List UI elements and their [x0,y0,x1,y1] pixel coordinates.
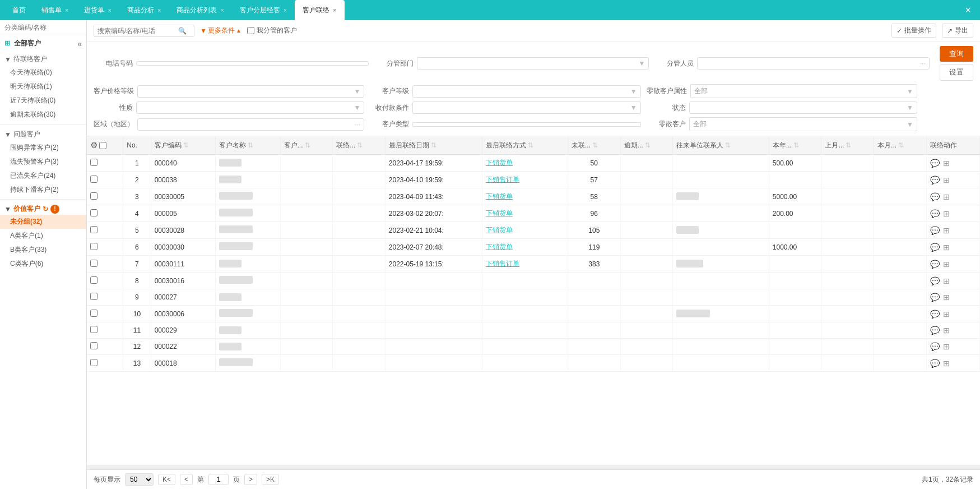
contact-icon[interactable]: 💬 [930,342,940,351]
horizontal-scrollbar[interactable] [87,465,980,469]
sidebar-item-today-pending[interactable]: 今天待联络(0) [0,66,86,80]
row-checkbox[interactable] [90,192,97,200]
tab-home[interactable]: 首页 [4,0,34,20]
contact-method-link[interactable]: 下销货单 [486,159,513,167]
adv-input-nature[interactable]: ▼ [136,102,364,114]
contact-method-link[interactable]: 下销货单 [486,226,513,234]
problem-group-label[interactable]: ▼ 问题客户 [0,127,86,141]
sidebar-item-churn-warning[interactable]: 流失预警客户(3) [0,155,86,169]
contact-icon[interactable]: 💬 [930,326,940,335]
contact-icon[interactable]: 💬 [930,293,940,302]
more-action-icon[interactable]: ⊞ [943,326,950,335]
value-group-label[interactable]: ▼ 价值客户 ↻ ! [0,202,86,215]
sidebar-item-declining[interactable]: 持续下滑客户(2) [0,183,86,197]
row-checkbox[interactable] [90,310,97,317]
tab-customer-segment[interactable]: 客户分层经客 × [232,0,295,20]
contact-icon[interactable]: 💬 [930,226,940,235]
all-customers-header[interactable]: ⊞ 全部客户 « [0,35,86,52]
row-checkbox[interactable] [90,226,97,233]
sidebar-item-churned[interactable]: 已流失客户(24) [0,169,86,183]
region-dots[interactable]: ··· [355,121,360,128]
contact-method-link[interactable]: 下销售订单 [486,176,519,183]
contact-icon[interactable]: 💬 [930,310,940,319]
row-checkbox[interactable] [90,209,97,216]
more-conditions-btn[interactable]: ▼ 更多条件 ▲ [200,26,241,35]
more-action-icon[interactable]: ⊞ [943,243,950,252]
page-size-select[interactable]: 50 100 [125,473,154,486]
sidebar-item-class-b[interactable]: B类客户(33) [0,243,86,257]
more-action-icon[interactable]: ⊞ [943,276,950,285]
adv-input-phone[interactable] [136,61,369,66]
contact-icon[interactable]: 💬 [930,243,940,252]
row-checkbox[interactable] [90,293,97,300]
more-action-icon[interactable]: ⊞ [943,226,950,235]
table-settings-icon[interactable]: ⚙ [90,140,97,150]
more-action-icon[interactable]: ⊞ [943,159,950,168]
row-checkbox[interactable] [90,260,97,267]
row-checkbox[interactable] [90,276,97,284]
row-checkbox[interactable] [90,176,97,183]
adv-input-manager[interactable]: ··· [697,57,930,70]
export-btn[interactable]: ↗ 导出 [942,24,973,38]
adv-input-region[interactable]: ··· [137,118,364,131]
close-customer-contact-icon[interactable]: × [333,7,336,13]
tab-purchase[interactable]: 进货单 × [76,0,119,20]
reset-btn[interactable]: 设置 [940,64,973,81]
page-input[interactable] [208,474,229,485]
sidebar-search-input[interactable] [4,24,87,31]
sidebar-item-7day-pending[interactable]: 近7天待联络(0) [0,94,86,108]
sidebar-item-class-a[interactable]: A类客户(1) [0,229,86,243]
more-action-icon[interactable]: ⊞ [943,192,950,201]
adv-input-dept[interactable]: ▼ [417,57,649,70]
row-checkbox[interactable] [90,359,97,366]
first-page-btn[interactable]: K< [158,474,175,485]
more-action-icon[interactable]: ⊞ [943,176,950,184]
sidebar-item-class-c[interactable]: C类客户(6) [0,257,86,271]
adv-input-payment[interactable]: ▼ [412,102,640,114]
sidebar-item-overdue-pending[interactable]: 逾期未联络(30) [0,108,86,122]
adv-input-price-level[interactable]: ▼ [137,85,364,98]
adv-input-status[interactable]: ▼ [689,102,917,114]
contact-method-link[interactable]: 下销货单 [486,243,513,251]
my-customers-checkbox-container[interactable]: 我分管的客户 [247,26,297,35]
row-checkbox[interactable] [90,243,97,250]
sidebar-item-abnormal[interactable]: 囤购异常客户(2) [0,141,86,155]
pending-group-label[interactable]: ▼ 待联络客户 [0,52,86,66]
refresh-icon[interactable]: ↻ [43,205,48,213]
tab-goods-analysis[interactable]: 商品分析 × [119,0,169,20]
tab-customer-contact[interactable]: 客户联络 × [295,0,344,20]
window-close-button[interactable]: × [960,4,976,16]
contact-icon[interactable]: 💬 [930,176,940,184]
search-icon[interactable]: 🔍 [178,27,187,35]
more-action-icon[interactable]: ⊞ [943,359,950,368]
more-action-icon[interactable]: ⊞ [943,310,950,319]
contact-icon[interactable]: 💬 [930,260,940,269]
search-input[interactable] [97,27,176,35]
row-checkbox[interactable] [90,326,97,333]
adv-input-customer-type[interactable] [412,122,640,127]
more-action-icon[interactable]: ⊞ [943,260,950,269]
contact-method-link[interactable]: 下销售订单 [486,260,519,267]
contact-icon[interactable]: 💬 [930,276,940,285]
batch-operation-btn[interactable]: ✓ 批量操作 [891,24,936,38]
close-customer-segment-icon[interactable]: × [284,7,287,13]
close-goods-analysis-list-icon[interactable]: × [220,7,224,13]
my-customers-checkbox[interactable] [247,27,254,34]
contact-method-link[interactable]: 下销货单 [486,192,513,200]
sidebar-item-tomorrow-pending[interactable]: 明天待联络(1) [0,80,86,94]
select-all-checkbox[interactable] [99,142,106,149]
more-action-icon[interactable]: ⊞ [943,342,950,351]
contact-icon[interactable]: 💬 [930,359,940,368]
prev-page-btn[interactable]: < [180,474,193,485]
row-checkbox[interactable] [90,159,97,166]
more-action-icon[interactable]: ⊞ [943,209,950,218]
adv-input-retail[interactable]: 全部 ▼ [689,117,917,131]
contact-icon[interactable]: 💬 [930,159,940,168]
tab-sales[interactable]: 销售单 × [34,0,76,20]
close-goods-analysis-icon[interactable]: × [157,7,161,13]
manager-dots[interactable]: ··· [920,59,926,67]
tab-goods-analysis-list[interactable]: 商品分析列表 × [169,0,231,20]
contact-icon[interactable]: 💬 [930,209,940,218]
adv-input-retail-attr[interactable]: 全部 ▼ [690,84,917,98]
contact-icon[interactable]: 💬 [930,192,940,201]
